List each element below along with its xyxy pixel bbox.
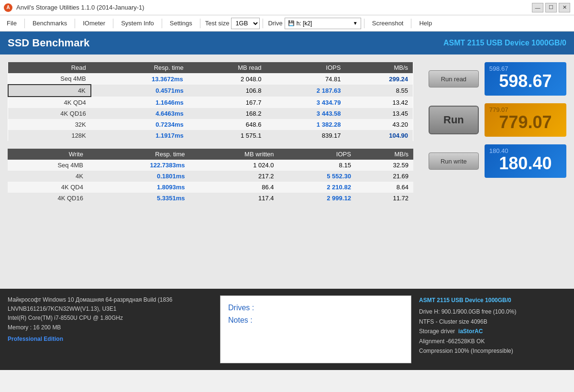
menu-sep-8	[411, 19, 411, 28]
close-button[interactable]: ✕	[559, 3, 570, 12]
read-row-resp: 0.7234ms	[91, 119, 188, 130]
main-content: Read Resp. time MB read IOPS MB/s Seq 4M…	[0, 54, 574, 289]
read-row-resp: 13.3672ms	[91, 73, 188, 85]
menu-settings[interactable]: Settings	[165, 18, 197, 29]
read-row-resp: 1.1917ms	[91, 130, 188, 141]
drive-select[interactable]: 💾 h: [k2] ▼	[285, 18, 361, 29]
read-row-mb: 648.6	[188, 119, 266, 130]
write-row-iops: 8.15	[279, 160, 356, 171]
write-score-value: 180.40	[499, 153, 552, 174]
write-row-iops: 2 999.12	[279, 193, 356, 204]
right-panel: Run read 598.67 598.67 Run 779.07 779.07…	[421, 54, 574, 289]
read-row-label: 128K	[8, 130, 91, 141]
read-table-row: 4K 0.4571ms 106.8 2 187.63 8.55	[8, 85, 413, 97]
overall-score-value: 779.07	[499, 112, 552, 132]
read-row-iops: 2 187.63	[266, 85, 345, 97]
read-row-mbs: 13.42	[345, 97, 413, 108]
read-table-row: Seq 4MB 13.3672ms 2 048.0 74.81 299.24	[8, 73, 413, 85]
app-header-device: ASMT 2115 USB Device 1000GB/0	[443, 39, 566, 47]
read-row-iops: 3 443.58	[266, 108, 345, 119]
read-row-label: 4K	[8, 85, 91, 97]
window-controls: — ☐ ✕	[532, 3, 570, 12]
bottom-drives-notes: Drives : Notes :	[220, 295, 411, 363]
read-row-mb: 1 575.1	[188, 130, 266, 141]
run-write-button[interactable]: Run write	[429, 152, 479, 170]
menu-sep-7	[364, 19, 364, 28]
drive-h-info: Drive H: 900.1/900.0GB free (100.0%)	[419, 307, 566, 316]
drive-label: Drive	[268, 20, 282, 27]
menu-help[interactable]: Help	[414, 18, 437, 29]
compression-info: Compression 100% (Incompressible)	[419, 346, 566, 356]
read-table: Read Resp. time MB read IOPS MB/s Seq 4M…	[8, 62, 413, 141]
read-row-resp: 0.4571ms	[91, 85, 188, 97]
read-row-label: 4K QD4	[8, 97, 91, 108]
read-row-label: Seq 4MB	[8, 73, 91, 85]
menu-file[interactable]: File	[2, 18, 22, 29]
read-row-mb: 167.7	[188, 97, 266, 108]
testsize-select-wrap: 1GB 4GB	[231, 18, 260, 29]
run-main-button[interactable]: Run	[429, 106, 479, 134]
read-row-resp: 1.1646ms	[91, 97, 188, 108]
write-mb-header: MB written	[189, 149, 278, 160]
alignment-info: Alignment -662528KB OK	[419, 337, 566, 346]
read-row-label: 32K	[8, 119, 91, 130]
write-row-mb: 117.4	[189, 193, 278, 204]
write-row-iops: 5 552.30	[279, 171, 356, 182]
app-header-title: SSD Benchmark	[8, 37, 443, 49]
overall-score-box: 779.07 779.07	[485, 103, 566, 137]
write-score-row: Run write 180.40 180.40	[429, 144, 566, 178]
testsize-group: Test size 1GB 4GB	[205, 18, 260, 29]
read-row-mb: 2 048.0	[188, 73, 266, 85]
minimize-button[interactable]: —	[532, 3, 543, 12]
device-info-title: ASMT 2115 USB Device 1000GB/0	[419, 295, 566, 305]
read-row-mbs: 299.24	[345, 73, 413, 85]
read-mb-header: MB read	[188, 62, 266, 73]
menu-sep-5	[200, 19, 200, 28]
title-bar: A Anvil's Storage Utilities 1.1.0 (2014-…	[0, 0, 574, 15]
read-row-mbs: 8.55	[345, 85, 413, 97]
menu-bar: File Benchmarks IOmeter System Info Sett…	[0, 15, 574, 32]
maximize-button[interactable]: ☐	[545, 3, 557, 12]
app-header: SSD Benchmark ASMT 2115 USB Device 1000G…	[0, 32, 574, 54]
read-table-row: 128K 1.1917ms 1 575.1 839.17 104.90	[8, 130, 413, 141]
write-score-box: 180.40 180.40	[485, 144, 566, 178]
read-resptime-header: Resp. time	[91, 62, 188, 73]
overall-score-label: 779.07	[489, 106, 508, 113]
pro-edition-label: Professional Edition	[8, 334, 212, 344]
write-table-row: Seq 4MB 122.7383ms 1 024.0 8.15 32.59	[8, 160, 413, 171]
write-row-resp: 5.3351ms	[88, 193, 190, 204]
read-row-mb: 106.8	[188, 85, 266, 97]
run-score-row: Run 779.07 779.07	[429, 103, 566, 137]
menu-sep-2	[75, 19, 75, 28]
storage-driver-value: iaStorAC	[458, 328, 483, 335]
write-table: Write Resp. time MB written IOPS MB/s Se…	[8, 149, 413, 204]
write-col-header: Write	[8, 149, 88, 160]
write-table-row: 4K 0.1801ms 217.2 5 552.30 21.69	[8, 171, 413, 182]
app-icon: A	[4, 3, 12, 12]
bottom-area: Майкрософт Windows 10 Домашняя 64-разряд…	[0, 289, 574, 370]
menu-sysinfo[interactable]: System Info	[116, 18, 159, 29]
read-row-iops: 74.81	[266, 73, 345, 85]
drive-group: Drive 💾 h: [k2] ▼	[268, 18, 361, 29]
write-table-row: 4K QD16 5.3351ms 117.4 2 999.12 11.72	[8, 193, 413, 204]
sysinfo-text: Майкрософт Windows 10 Домашняя 64-разряд…	[8, 295, 212, 332]
read-table-row: 4K QD16 4.6463ms 168.2 3 443.58 13.45	[8, 108, 413, 119]
testsize-select[interactable]: 1GB 4GB	[231, 18, 260, 29]
menu-iometer[interactable]: IOmeter	[78, 18, 110, 29]
write-score-label: 180.40	[489, 147, 508, 154]
write-row-iops: 2 210.82	[279, 182, 356, 193]
write-mbs-header: MB/s	[356, 149, 413, 160]
menu-screenshot[interactable]: Screenshot	[367, 18, 408, 29]
drive-value: h: [k2]	[297, 20, 312, 27]
write-iops-header: IOPS	[279, 149, 356, 160]
bottom-sysinfo: Майкрософт Windows 10 Домашняя 64-разряд…	[0, 289, 220, 370]
testsize-label: Test size	[205, 20, 230, 27]
run-read-button[interactable]: Run read	[429, 70, 479, 87]
menu-sep-4	[162, 19, 162, 28]
write-row-mb: 86.4	[189, 182, 278, 193]
write-row-mb: 1 024.0	[189, 160, 278, 171]
storage-driver-info: Storage driver iaStorAC	[419, 327, 566, 336]
read-table-row: 32K 0.7234ms 648.6 1 382.28 43.20	[8, 119, 413, 130]
write-row-mbs: 11.72	[356, 193, 413, 204]
menu-benchmarks[interactable]: Benchmarks	[28, 18, 72, 29]
